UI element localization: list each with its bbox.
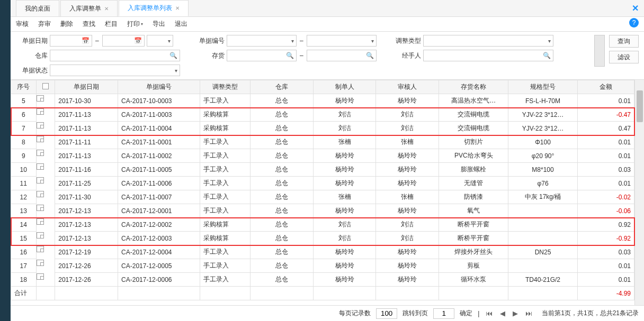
tab-我的桌面[interactable]: 我的桌面 [16,0,59,16]
inventory-from-lookup[interactable]: 🔍 [227,50,297,61]
query-button[interactable]: 查询 [609,35,639,48]
checkbox-all[interactable] [42,83,49,89]
table-row[interactable]: 112017-11-25CA-2017-11-0006手工录入总仓杨玲玲杨玲玲无… [11,177,634,190]
date-from-input[interactable]: 📅 [50,35,92,47]
filter-scrollbar[interactable] [594,35,605,67]
docno-to-select[interactable]: ▾ [307,35,377,47]
vertical-scrollbar[interactable] [634,80,644,305]
row-checkbox[interactable] [40,139,44,142]
table-row[interactable]: 72017-11-13CA-2017-11-0004采购核算总仓刘洁刘洁交流铜电… [11,122,634,135]
menu-删除[interactable]: 删除 [60,20,73,29]
row-checkbox[interactable] [40,166,44,170]
cell: 杨玲玲 [313,149,376,163]
row-checkbox[interactable] [40,276,44,280]
calendar-icon: 📅 [134,37,142,44]
cell: 中灰 17kg/桶 [508,190,578,204]
row-checkbox[interactable] [40,207,44,211]
tab-入库调整单列表[interactable]: 入库调整单列表✕ [119,0,189,16]
row-checkbox[interactable] [40,235,44,239]
cell: 刘洁 [313,108,376,122]
menu-查找[interactable]: 查找 [83,20,95,29]
col-header[interactable] [36,80,55,94]
menu-退出[interactable]: 退出 [175,20,187,29]
first-page-icon[interactable]: ⏮ [485,309,494,317]
date-to-input[interactable]: 📅 [102,35,145,47]
inventory-to-lookup[interactable]: 🔍 [307,50,377,61]
col-header[interactable]: 单据编号 [118,80,200,94]
table-row[interactable]: 62017-11-13CA-2017-11-0003采购核算总仓刘洁刘洁交流铜电… [11,108,634,122]
table-row[interactable]: 52017-10-30CA-2017-10-0003手工录入总仓杨玲玲杨玲玲高温… [11,94,634,108]
table-row[interactable]: 182017-12-26CA-2017-12-0006手工录入总仓杨玲玲杨玲玲循… [11,273,634,287]
table-row[interactable]: 122017-11-30CA-2017-11-0007手工录入总仓张楠张楠防锈漆… [11,190,634,204]
cell: 总仓 [250,177,313,190]
cell: 防锈漆 [439,190,508,204]
row-checkbox[interactable] [40,180,44,184]
cell: 2017-11-13 [55,108,118,122]
menu-导出[interactable]: 导出 [153,20,165,29]
menu-栏目[interactable]: 栏目 [105,20,118,29]
row-checkbox[interactable] [40,125,44,129]
next-page-icon[interactable]: ▶ [512,309,519,317]
cell: 断桥平开窗 [439,218,508,232]
docno-from-select[interactable]: ▾ [227,35,297,47]
cell [37,108,44,115]
type-select[interactable]: ▾ [423,35,553,47]
col-header[interactable]: 序号 [11,80,37,94]
col-header[interactable]: 金额 [577,80,634,94]
col-header[interactable]: 仓库 [250,80,313,94]
cell: CA-2017-11-0002 [118,149,200,163]
col-header[interactable]: 调整类型 [200,80,250,94]
row-checkbox[interactable] [40,221,44,225]
perpage-input[interactable] [376,308,397,319]
cell: PVC给水弯头 [439,149,508,163]
table-row[interactable]: 92017-11-13CA-2017-11-0002手工录入总仓杨玲玲杨玲玲PV… [11,149,634,163]
cell: 17 [11,259,37,273]
cell: 杨玲玲 [313,204,376,218]
row-checkbox[interactable] [40,194,44,197]
confirm-button[interactable]: 确定 [460,309,472,318]
tab-close-icon[interactable]: ✕ [104,6,109,12]
cell: -0.47 [577,108,634,122]
perpage-label: 每页记录数 [339,309,371,318]
cell [37,95,44,102]
menu-打印[interactable]: 打印▾ [127,20,143,29]
tab-close-icon[interactable]: ✕ [175,5,180,11]
row-checkbox[interactable] [40,152,44,156]
col-header[interactable]: 审核人 [376,80,439,94]
table-row[interactable]: 102017-11-16CA-2017-11-0005手工录入总仓杨玲玲杨玲玲膨… [11,163,634,177]
col-header[interactable]: 制单人 [313,80,376,94]
col-header[interactable]: 规格型号 [508,80,578,94]
row-checkbox[interactable] [40,111,44,115]
last-page-icon[interactable]: ⏭ [524,309,533,317]
cell: CA-2017-11-0007 [118,190,200,204]
table-row[interactable]: 142017-12-13CA-2017-12-0002采购核算总仓刘洁刘洁断桥平… [11,218,634,232]
handler-lookup[interactable]: 🔍 [423,50,553,61]
jump-input[interactable] [433,308,454,319]
prev-page-icon[interactable]: ◀ [499,309,506,317]
table-row[interactable]: 82017-11-11CA-2017-11-0001手工录入总仓张楠张楠切割片Φ… [11,135,634,149]
menu-弃审[interactable]: 弃审 [38,20,51,29]
col-header[interactable]: 单据日期 [55,80,118,94]
table-row[interactable]: 172017-12-26CA-2017-12-0005手工录入总仓杨玲玲杨玲玲剪… [11,259,634,273]
row-checkbox[interactable] [40,262,44,266]
cell: 刘洁 [376,108,439,122]
row-checkbox[interactable] [40,98,44,102]
cell: 手工录入 [200,177,250,190]
col-header[interactable]: 存货名称 [439,80,508,94]
tab-入库调整单[interactable]: 入库调整单✕ [60,0,118,16]
date-extra-select[interactable]: ▾ [147,35,173,47]
table-row[interactable]: 132017-12-13CA-2017-12-0001手工录入总仓杨玲玲杨玲玲氧… [11,204,634,218]
help-icon[interactable]: ? [629,18,639,27]
filter-button[interactable]: 滤设 [609,51,639,63]
table-row[interactable]: 152017-12-13CA-2017-12-0003采购核算总仓刘洁刘洁断桥平… [11,232,634,245]
cell: CA-2017-12-0002 [118,218,200,232]
cell: 刘洁 [313,122,376,135]
warehouse-lookup[interactable]: 🔍 [50,50,180,61]
close-icon[interactable]: ✕ [632,3,639,13]
cell: CA-2017-12-0003 [118,232,200,245]
status-select[interactable]: ▾ [50,65,180,76]
cell: 7 [11,122,37,135]
menu-审核[interactable]: 审核 [16,20,29,29]
row-checkbox[interactable] [40,249,44,252]
table-row[interactable]: 162017-12-19CA-2017-12-0004手工录入总仓杨玲玲杨玲玲焊… [11,245,634,259]
